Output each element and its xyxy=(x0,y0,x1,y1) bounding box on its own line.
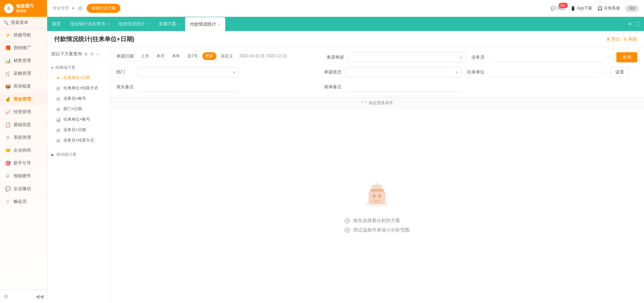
scheme-grid-icon-3: ▦ xyxy=(55,107,61,112)
trial-btn[interactable]: 体验行业方案 xyxy=(87,4,120,13)
filter-area: 单据日期 上月 本月 本年 近7天 更多 自定义 2022-01-01 至 20… xyxy=(110,48,644,303)
tab-receipt-stat[interactable]: 收款情况统计 × xyxy=(114,17,154,31)
sidebar-item-inventory[interactable]: 📦 库存核算 xyxy=(0,80,47,93)
user-avatar[interactable]: Rit xyxy=(625,5,639,12)
dept-label: 部门 xyxy=(116,69,135,75)
scheme-item-staff-settle[interactable]: ▦ 业务员+结算方式 xyxy=(47,135,109,146)
query-btn[interactable]: 查询 xyxy=(616,52,637,62)
tab-home[interactable]: 首页 xyxy=(47,17,65,31)
scheme-item-unit-account[interactable]: 📊 往来单位+账号 xyxy=(47,114,109,125)
status-select[interactable]: ▾ xyxy=(346,67,462,77)
svg-rect-5 xyxy=(372,185,382,189)
scheme-item-unit-settle[interactable]: ▦ 往来单位+结算方式 xyxy=(47,83,109,93)
date-range-text: 2022-01-01 至 2022-12-31 xyxy=(239,53,287,59)
tab-close-receipt-stat[interactable]: × xyxy=(147,22,149,26)
scheme-collapse-icon[interactable]: « xyxy=(96,51,99,57)
filter-actions: 查询 xyxy=(616,52,637,62)
topbar-dropdown-icon[interactable]: ▾ xyxy=(72,6,75,11)
sidebar-item-wechat[interactable]: 💬 企业微信 xyxy=(0,182,47,195)
scheme-grid-icon-4: ▦ xyxy=(55,127,61,133)
chip-this-year[interactable]: 本年 xyxy=(169,52,183,60)
head-note-field: 表头备注 xyxy=(116,82,319,92)
chip-last-month[interactable]: 上月 xyxy=(138,52,152,60)
dept-select[interactable]: ▾ xyxy=(138,67,239,77)
scheme-item-unit-date[interactable]: ● 往来单位+日期 xyxy=(47,72,109,83)
scheme-item-dept-date[interactable]: ▦ 部门+日期 xyxy=(47,104,109,114)
unit-ellipsis-icon[interactable]: ··· xyxy=(601,69,605,75)
chip-custom[interactable]: 自定义 xyxy=(218,52,236,60)
sidebar: 6 畅捷通巧 标准版 🔍 搜索菜单 ⚡ 快捷导航 🎁 营销推广 📊 销售管理 🛒… xyxy=(0,0,47,303)
sidebar-item-member[interactable]: V 畅会员 xyxy=(0,195,47,208)
finance-icon: 💰 xyxy=(5,96,11,102)
chip-this-month[interactable]: 本月 xyxy=(153,52,168,60)
tab-close-all-btn[interactable]: ✕ xyxy=(626,20,633,28)
cooperation-icon: 🤝 xyxy=(5,147,11,153)
scheme-item-staff-account[interactable]: ▦ 业务员+账号 xyxy=(47,93,109,104)
scheme-settings-icon[interactable]: ⚙ xyxy=(90,51,94,57)
tab-payment-stat[interactable]: 付款情况统计 × xyxy=(185,17,225,31)
sidebar-item-cooperation[interactable]: 🤝 企业协同 xyxy=(0,144,47,157)
head-note-input[interactable] xyxy=(140,84,237,89)
tab-expand-btn[interactable]: ⛶ xyxy=(634,20,641,28)
service-icon: 🎧 xyxy=(597,6,603,11)
sidebar-nav: ⚡ 快捷导航 🎁 营销推广 📊 销售管理 🛒 采购管理 📦 库存核算 💰 资金管… xyxy=(0,29,47,290)
app-logo: 6 畅捷通巧 标准版 xyxy=(0,0,47,17)
staff-input[interactable] xyxy=(495,55,602,60)
search-icon: 🔍 xyxy=(3,20,9,25)
sidebar-item-basic[interactable]: 📋 基础信息 xyxy=(0,118,47,131)
messages-action[interactable]: 💬 消息 99+ xyxy=(551,5,565,11)
sales-icon: 📊 xyxy=(5,58,11,64)
refresh-btn[interactable]: ↻ 刷新 xyxy=(623,36,637,42)
tab-close-new-scheme[interactable]: × xyxy=(178,22,180,26)
empty-text: 1 请先选择要分析的方案 2 用过滤条件来缩小分析范围 xyxy=(344,218,410,233)
scheme-item-staff-date[interactable]: ▦ 业务员+日期 xyxy=(47,125,109,135)
scheme-header-title: 按以下方案查询 xyxy=(51,51,82,57)
online-service-action[interactable]: 🎧 在线客服 xyxy=(597,5,620,11)
settings-btn[interactable]: 设置 xyxy=(610,67,629,77)
collapse-bar[interactable]: ⌃⌃ 收起更多条件 xyxy=(110,97,644,109)
empty-illustration xyxy=(360,179,394,212)
tab-close-bank-flow[interactable]: × xyxy=(107,22,109,26)
sidebar-item-purchase[interactable]: 🛒 采购管理 xyxy=(0,67,47,80)
tab-bank-flow[interactable]: 现金银行流水查询 × xyxy=(65,17,114,31)
scheme-mobile-label[interactable]: ▶ 移动端方案 xyxy=(47,150,109,159)
source-select[interactable]: ▾ xyxy=(348,52,466,62)
unit-label: 往来单位 xyxy=(467,69,486,75)
export-btn[interactable]: ⬆ 导出 xyxy=(606,36,620,42)
staff-ellipsis-icon[interactable]: ··· xyxy=(607,54,611,60)
scheme-desktop-label[interactable]: ▾ 电脑端方案 xyxy=(47,63,109,72)
tab-close-payment-stat[interactable]: × xyxy=(218,22,220,26)
topbar: 资金管理 ▾ ⚙ 体验行业方案 💬 消息 99+ 📱 App下载 🎧 在线客服 … xyxy=(47,0,644,17)
search-menu[interactable]: 🔍 搜索菜单 xyxy=(0,17,47,29)
unit-input[interactable] xyxy=(491,69,595,74)
guide-icon: 🎯 xyxy=(5,160,11,166)
sidebar-item-marketing[interactable]: 🎁 营销推广 xyxy=(0,41,47,54)
chip-more[interactable]: 更多 xyxy=(202,52,216,60)
collapse-up-icon: ⌃⌃ xyxy=(361,101,368,105)
empty-text-item-2: 2 用过滤条件来缩小分析范围 xyxy=(344,227,410,233)
tab-new-scheme[interactable]: 新建方案 × xyxy=(154,17,185,31)
app-download-action[interactable]: 📱 App下载 xyxy=(570,5,592,11)
chip-7days[interactable]: 近7天 xyxy=(184,52,201,60)
scheme-add-icon[interactable]: ⊕ xyxy=(84,51,88,57)
sidebar-item-sales[interactable]: 📊 销售管理 xyxy=(0,54,47,67)
body-note-input[interactable] xyxy=(348,84,460,89)
body-note-input-box xyxy=(346,82,462,92)
sidebar-collapse-icon[interactable]: ◀◀ xyxy=(35,293,43,300)
sidebar-item-guide[interactable]: 🎯 新手引导 xyxy=(0,157,47,170)
scheme-mobile-group: ▶ 移动端方案 xyxy=(47,148,109,161)
sidebar-item-hardware[interactable]: 🖥 智能硬件 xyxy=(0,170,47,182)
sidebar-item-operation[interactable]: 📈 经营管理 xyxy=(0,105,47,118)
sidebar-item-finance[interactable]: 💰 资金管理 xyxy=(0,93,47,105)
chevron-down-icon: ▾ xyxy=(51,65,53,70)
topbar-settings-icon[interactable]: ⚙ xyxy=(78,5,83,11)
quick-nav-icon: ⚡ xyxy=(5,32,11,38)
chevron-right-icon: ▶ xyxy=(51,152,54,157)
sidebar-item-quick-nav[interactable]: ⚡ 快捷导航 xyxy=(0,29,47,41)
filter-row-2: 部门 ▾ 单据状态 ▾ 往来单位 xyxy=(116,67,637,77)
sidebar-item-system[interactable]: ⚙ 系统管理 xyxy=(0,131,47,144)
body-note-field: 表体备注 xyxy=(324,82,462,92)
sidebar-settings-icon[interactable]: ⚙ xyxy=(3,293,8,300)
unit-field: 往来单位 ··· xyxy=(467,67,605,77)
topbar-left: 资金管理 ▾ ⚙ xyxy=(53,5,83,11)
